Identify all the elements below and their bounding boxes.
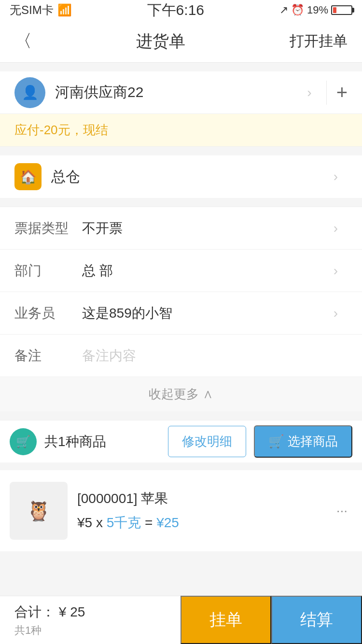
staff-label: 业务员 <box>14 304 82 322</box>
alarm-icon: ⏰ <box>291 4 304 16</box>
status-right: ↗ ⏰ 19% <box>279 4 352 16</box>
gap-4 <box>0 411 362 420</box>
select-product-icon: 🛒 <box>268 434 284 449</box>
footer: 合计： ¥ 25 共1种 挂单 结算 <box>0 596 362 644</box>
battery-icon <box>331 5 352 15</box>
unit-price: ¥5 x <box>77 515 107 530</box>
hang-button[interactable]: 挂单 <box>181 596 271 644</box>
battery-percent: 19% <box>307 4 328 16</box>
staff-row[interactable]: 业务员 这是859的小智 › <box>0 292 362 334</box>
cart-icon: 🛒 <box>16 435 30 448</box>
supplier-name: 河南供应商22 <box>55 83 307 102</box>
gap-1 <box>0 63 362 71</box>
department-value: 总 部 <box>82 262 334 280</box>
supplier-chevron-icon: › <box>307 85 311 100</box>
warehouse-icon: 🏠 <box>14 163 42 190</box>
equals-sign: = <box>141 515 156 530</box>
status-bar: 无SIM卡 📶 下午6:16 ↗ ⏰ 19% <box>0 0 362 20</box>
invoice-value: 不开票 <box>82 219 334 238</box>
remark-input[interactable]: 备注内容 <box>82 347 348 365</box>
product-name: [0000001] 苹果 <box>77 490 332 508</box>
product-code: [0000001] 苹果 <box>77 491 168 506</box>
gap-3 <box>0 198 362 207</box>
remark-label: 备注 <box>14 347 82 365</box>
total-price: ¥25 <box>156 515 179 530</box>
total-main: 合计： ¥ 25 <box>14 603 166 621</box>
total-label: 合计： <box>14 604 55 619</box>
product-price-row: ¥5 x 5千克 = ¥25 <box>77 514 332 532</box>
select-product-label: 选择商品 <box>288 433 338 450</box>
wifi-icon: 📶 <box>57 3 72 17</box>
invoice-chevron-icon: › <box>334 221 338 236</box>
carrier-text: 无SIM卡 <box>10 2 54 18</box>
modify-detail-button[interactable]: 修改明细 <box>168 426 246 457</box>
product-thumbnail: 🦉 <box>10 482 68 540</box>
products-count: 共1种商品 <box>44 433 168 451</box>
bottom-gap <box>0 551 362 571</box>
status-left: 无SIM卡 📶 <box>10 2 72 18</box>
house-icon: 🏠 <box>20 169 37 185</box>
status-time: 下午6:16 <box>147 0 204 20</box>
total-sub: 共1种 <box>14 623 166 638</box>
back-button[interactable]: 〈 <box>14 29 32 53</box>
product-item: 🦉 [0000001] 苹果 ¥5 x 5千克 = ¥25 ··· <box>0 462 362 551</box>
collapse-label: 收起更多 ∧ <box>149 386 213 403</box>
location-icon: ↗ <box>279 4 288 16</box>
page-title: 进货单 <box>136 30 185 53</box>
invoice-row[interactable]: 票据类型 不开票 › <box>0 207 362 249</box>
footer-total: 合计： ¥ 25 共1种 <box>0 596 181 644</box>
invoice-label: 票据类型 <box>14 219 82 238</box>
collapse-bar[interactable]: 收起更多 ∧ <box>0 377 362 411</box>
staff-value: 这是859的小智 <box>82 304 334 322</box>
staff-chevron-icon: › <box>334 306 338 321</box>
form-card: 票据类型 不开票 › 部门 总 部 › 业务员 这是859的小智 › 备注 备注… <box>0 207 362 377</box>
open-hang-button[interactable]: 打开挂单 <box>290 31 348 51</box>
remark-row[interactable]: 备注 备注内容 <box>0 334 362 377</box>
supplier-row[interactable]: 👤 河南供应商22 › + <box>0 71 362 114</box>
select-product-button[interactable]: 🛒 选择商品 <box>254 425 352 458</box>
product-more-button[interactable]: ··· <box>332 498 352 523</box>
department-chevron-icon: › <box>334 263 338 279</box>
gap-2 <box>0 147 362 155</box>
add-supplier-button[interactable]: + <box>336 82 348 103</box>
notice-text: 应付-20元，现结 <box>14 123 108 137</box>
department-label: 部门 <box>14 262 82 280</box>
department-row[interactable]: 部门 总 部 › <box>0 249 362 292</box>
vertical-divider <box>326 81 327 105</box>
products-header: 🛒 共1种商品 修改明细 🛒 选择商品 <box>0 420 362 462</box>
notice-bar: 应付-20元，现结 <box>0 114 362 147</box>
owl-icon: 🦉 <box>27 500 51 522</box>
warehouse-name: 总仓 <box>51 167 334 187</box>
products-icon: 🛒 <box>10 428 37 455</box>
warehouse-row[interactable]: 🏠 总仓 › <box>0 155 362 198</box>
product-info: [0000001] 苹果 ¥5 x 5千克 = ¥25 <box>77 490 332 532</box>
supplier-avatar: 👤 <box>14 77 45 108</box>
quantity: 5千克 <box>107 515 141 530</box>
warehouse-card: 🏠 总仓 › <box>0 155 362 198</box>
avatar-icon: 👤 <box>22 84 39 100</box>
settle-button[interactable]: 结算 <box>271 596 362 644</box>
nav-bar: 〈 进货单 打开挂单 <box>0 20 362 63</box>
supplier-card: 👤 河南供应商22 › + 应付-20元，现结 <box>0 71 362 147</box>
warehouse-chevron-icon: › <box>334 169 338 184</box>
total-amount: ¥ 25 <box>59 604 85 619</box>
